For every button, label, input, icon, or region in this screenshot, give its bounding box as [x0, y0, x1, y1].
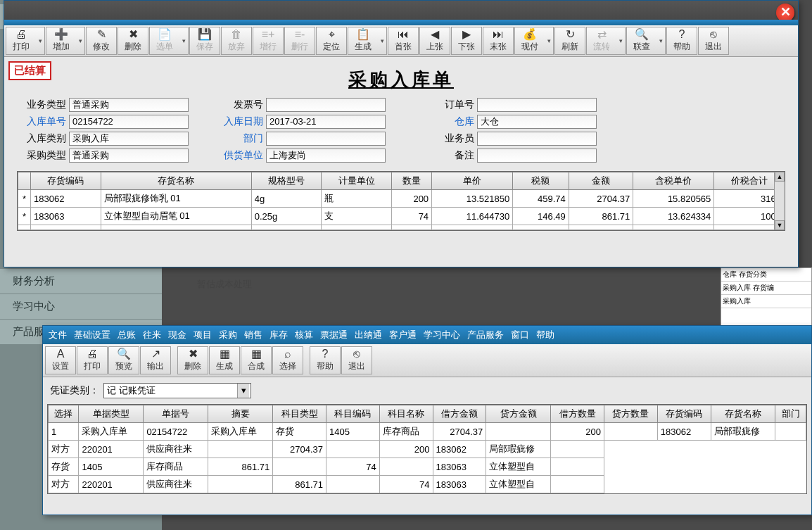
toolbar-删除[interactable]: ✖删除 — [118, 27, 148, 55]
menu-采购[interactable]: 采购 — [219, 329, 237, 341]
col-header[interactable]: 科目名称 — [379, 405, 433, 423]
col-header[interactable]: 规格型号 — [251, 172, 322, 190]
col-header[interactable]: 选择 — [49, 405, 79, 423]
field-业务员[interactable] — [477, 132, 597, 146]
menu-窗口[interactable]: 窗口 — [511, 329, 529, 341]
col-header[interactable]: 单价 — [432, 172, 513, 190]
toolbar-输出[interactable]: ↗输出 — [140, 346, 171, 374]
col-header[interactable] — [18, 172, 31, 190]
table-row[interactable]: 存货1405库存商品861.7174183063立体塑型自 — [49, 458, 806, 476]
col-header[interactable]: 存货编码 — [31, 172, 101, 190]
col-header[interactable]: 科目编码 — [326, 405, 380, 423]
table-row[interactable]: 1采购入库单02154722采购入库单存货1405库存商品2704.372001… — [49, 423, 806, 441]
menu-往来[interactable]: 往来 — [143, 329, 161, 341]
field-部门[interactable] — [266, 132, 386, 146]
table-row[interactable]: *183063立体塑型自动眉笔 010.25g支7411.644730146.4… — [18, 208, 785, 225]
table-row[interactable]: 对方220201供应商往来2704.37200183062局部瑕疵修 — [49, 441, 806, 458]
toolbar-打印[interactable]: 🖨打印 — [77, 346, 108, 374]
field-label-部门[interactable]: 部门 — [214, 132, 263, 145]
voucher-grid[interactable]: 选择单据类型单据号摘要科目类型科目编码科目名称借方金额贷方金额借方数量贷方数量存… — [47, 404, 807, 494]
toolbar-末张[interactable]: ⏭末张 — [483, 27, 514, 55]
toolbar-现付[interactable]: 💰现付 — [514, 27, 554, 55]
menu-项目[interactable]: 项目 — [194, 329, 212, 341]
col-header[interactable]: 借方数量 — [551, 405, 604, 423]
menu-文件[interactable]: 文件 — [49, 329, 67, 341]
field-采购类型[interactable]: 普通采购 — [69, 149, 189, 163]
menu-学习中心[interactable]: 学习中心 — [424, 329, 460, 341]
col-header[interactable]: 存货名称 — [711, 405, 775, 423]
field-入库单号[interactable]: 02154722 — [69, 115, 189, 129]
toolbar-增行: ≡+增行 — [253, 27, 284, 55]
toolbar-合成[interactable]: ▦合成 — [241, 346, 272, 374]
field-备注[interactable] — [477, 149, 597, 163]
field-入库类别[interactable]: 采购入库 — [69, 132, 189, 146]
toolbar-打印[interactable]: 🖨打印 — [6, 27, 45, 55]
menu-帮助[interactable]: 帮助 — [536, 329, 554, 341]
toolbar-修改[interactable]: ✎修改 — [86, 27, 117, 55]
menu-核算[interactable]: 核算 — [295, 329, 313, 341]
table-row[interactable]: *183062局部瑕疵修饰乳 014g瓶20013.521850459.7427… — [18, 190, 785, 208]
col-header[interactable]: 存货编码 — [657, 405, 711, 423]
col-header[interactable]: 单据类型 — [79, 405, 144, 423]
toolbar-联查[interactable]: 🔍联查 — [626, 27, 666, 55]
toolbar-退出[interactable]: ⎋退出 — [341, 346, 372, 374]
table-row[interactable]: 对方220201供应商往来861.7174183063立体塑型自 — [49, 476, 806, 493]
toolbar-上张[interactable]: ◀上张 — [419, 27, 450, 55]
menu-现金[interactable]: 现金 — [168, 329, 186, 341]
voucher-type-select[interactable]: 记 记账凭证 — [103, 383, 251, 398]
toolbar-设置[interactable]: A设置 — [45, 346, 76, 374]
col-header[interactable]: 摘要 — [208, 405, 273, 423]
menu-库存[interactable]: 库存 — [269, 329, 288, 341]
scroll-up[interactable]: ▲ — [775, 172, 785, 182]
menu-出纳通[interactable]: 出纳通 — [355, 329, 382, 341]
col-header[interactable]: 单据号 — [144, 405, 208, 423]
toolbar-增加[interactable]: ➕增加 — [46, 27, 85, 55]
col-header[interactable]: 存货名称 — [101, 172, 251, 190]
toolbar-定位[interactable]: ⌖定位 — [316, 27, 347, 55]
col-header[interactable]: 部门 — [775, 405, 806, 423]
toolbar-帮助[interactable]: ?帮助 — [666, 27, 697, 55]
toolbar-帮助[interactable]: ?帮助 — [310, 346, 341, 374]
field-label-仓库[interactable]: 仓库 — [425, 115, 474, 128]
toolbar-生成[interactable]: ▦生成 — [209, 346, 240, 374]
col-header[interactable]: 贷方数量 — [604, 405, 657, 423]
col-header[interactable]: 科目类型 — [273, 405, 326, 423]
menu-票据通[interactable]: 票据通 — [320, 329, 348, 341]
col-header[interactable]: 计量单位 — [322, 172, 392, 190]
field-label-入库日期[interactable]: 入库日期 — [214, 115, 263, 128]
field-业务类型[interactable]: 普通采购 — [69, 98, 189, 112]
toolbar-下张[interactable]: ▶下张 — [451, 27, 482, 55]
toolbar-退出[interactable]: ⎋退出 — [698, 27, 729, 55]
field-供货单位[interactable]: 上海麦尚 — [266, 149, 386, 163]
toolbar-选择[interactable]: ⌕选择 — [272, 346, 303, 374]
toolbar-预览[interactable]: 🔍预览 — [108, 346, 139, 374]
menu-客户通[interactable]: 客户通 — [389, 329, 417, 341]
col-header[interactable]: 贷方金额 — [486, 405, 551, 423]
scroll-down[interactable]: ▼ — [775, 220, 785, 230]
form-area: 业务类型普通采购发票号订单号入库单号02154722入库日期2017-03-21… — [4, 98, 798, 171]
menu-产品服务[interactable]: 产品服务 — [467, 329, 504, 341]
toolbar-首张[interactable]: ⏮首张 — [388, 27, 419, 55]
menu-基础设置[interactable]: 基础设置 — [74, 329, 110, 341]
toolbar-删除[interactable]: ✖删除 — [177, 346, 208, 374]
col-header[interactable]: 税额 — [513, 172, 569, 190]
menu-销售[interactable]: 销售 — [244, 329, 262, 341]
field-label-订单号: 订单号 — [425, 99, 474, 111]
field-入库日期[interactable]: 2017-03-21 — [266, 115, 386, 129]
menu-总账[interactable]: 总账 — [118, 329, 136, 341]
field-仓库[interactable]: 大仓 — [477, 115, 597, 129]
field-label-入库单号[interactable]: 入库单号 — [17, 115, 66, 128]
vertical-scrollbar[interactable]: ▲ ▼ — [774, 172, 785, 230]
bg-sidebar-item[interactable]: 学习中心 — [0, 294, 162, 320]
toolbar-生成[interactable]: 📋生成 — [348, 27, 387, 55]
col-header[interactable]: 金额 — [569, 172, 633, 190]
receipt-lines-grid[interactable]: 存货编码存货名称规格型号计量单位数量单价税额金额含税单价价税合计*183062局… — [17, 171, 785, 231]
col-header[interactable]: 含税单价 — [633, 172, 714, 190]
field-发票号[interactable] — [266, 98, 386, 112]
col-header[interactable]: 借方金额 — [433, 405, 486, 423]
field-label-供货单位[interactable]: 供货单位 — [214, 149, 263, 162]
bg-sidebar-item[interactable]: 财务分析 — [0, 269, 162, 294]
col-header[interactable]: 数量 — [391, 172, 431, 190]
field-订单号[interactable] — [477, 98, 597, 112]
toolbar-刷新[interactable]: ↻刷新 — [554, 27, 585, 55]
